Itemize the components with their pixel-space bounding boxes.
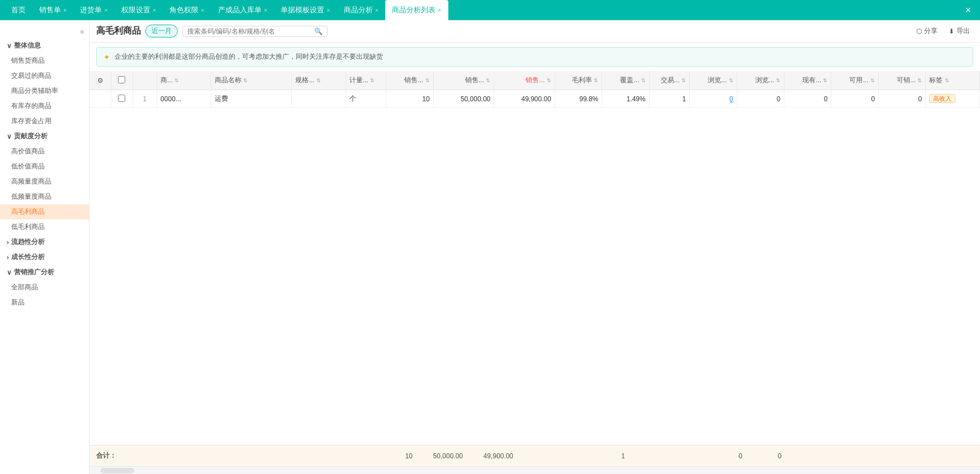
col-browse1-sort: ⇅: [729, 78, 733, 83]
footer-sales-amt: 50,000.00: [413, 452, 463, 460]
nav-close-all[interactable]: ×: [960, 4, 976, 16]
row-gross-rate-cell: 99.8%: [555, 90, 602, 108]
content-area: 高毛利商品 近一月 🔍 ⬡ 分享 ⬇ 导出 ✦ 企业的主要的利润都是这部分商品创…: [89, 20, 980, 474]
col-browse1-header[interactable]: 浏览... ⇅: [690, 71, 737, 90]
nav-close-import-order[interactable]: ×: [104, 7, 107, 13]
row-sales-amt-cell: 50,000.00: [433, 90, 494, 108]
sidebar-item-goods-analysis-help[interactable]: 商品分类辅助率: [0, 83, 89, 98]
search-box: 🔍: [182, 26, 328, 37]
sidebar-item-traded-goods[interactable]: 交易过的商品: [0, 68, 89, 83]
row-checkbox-cell[interactable]: [111, 90, 133, 108]
footer-sales-qty: 10: [373, 452, 413, 460]
nav-close-analysis[interactable]: ×: [375, 7, 378, 13]
col-sales-qty-header[interactable]: 销售... ⇅: [386, 71, 433, 90]
sidebar-item-low-margin-goods[interactable]: 低毛利商品: [0, 219, 89, 234]
sidebar-item-stock-capital[interactable]: 库存资金占用: [0, 114, 89, 129]
nav-close-role[interactable]: ×: [201, 7, 204, 13]
nav-close-template[interactable]: ×: [326, 7, 330, 13]
row-cover-rate-cell: 1.49%: [602, 90, 649, 108]
main-container: « ∨ 整体信息 销售货商品 交易过的商品 商品分类辅助率 有库存的商品 库存资…: [0, 20, 980, 474]
row-num-cell: 1: [132, 90, 157, 108]
sidebar-collapse-button[interactable]: «: [80, 27, 84, 36]
col-stock3-header[interactable]: 可销... ⇅: [878, 71, 925, 90]
nav-home[interactable]: 首页: [4, 0, 32, 20]
footer-trade: 1: [591, 452, 625, 460]
sidebar-item-new-goods[interactable]: 新品: [0, 295, 89, 310]
row-checkbox[interactable]: [118, 95, 125, 102]
sidebar-group-overall-info[interactable]: ∨ 整体信息: [0, 38, 89, 53]
footer-bar: 合计： 10 50,000.00 49,900.00 1 0 0: [89, 445, 980, 466]
row-browse2-cell: 0: [737, 90, 784, 108]
col-unit-sort: ⇅: [370, 78, 375, 83]
sidebar-item-low-value-goods[interactable]: 低价值商品: [0, 159, 89, 174]
col-trade-header[interactable]: 交易... ⇅: [649, 71, 689, 90]
table-header-row: ⚙ 商... ⇅ 商品名称 ⇅: [89, 71, 980, 90]
nav-product-analysis-list[interactable]: 商品分析列表 ×: [385, 0, 448, 20]
col-checkbox[interactable]: [111, 71, 133, 90]
col-stock1-sort: ⇅: [823, 78, 827, 83]
nav-product-inbound[interactable]: 产成品入库单 ×: [211, 0, 274, 20]
col-browse2-sort: ⇅: [776, 78, 780, 83]
data-table: ⚙ 商... ⇅ 商品名称 ⇅: [89, 71, 980, 108]
col-stock2-sort: ⇅: [870, 78, 875, 83]
sidebar-group-trend-analysis[interactable]: › 流趋性分析: [0, 234, 89, 250]
search-icon[interactable]: 🔍: [314, 27, 323, 35]
sidebar-item-high-value-goods[interactable]: 高价值商品: [0, 144, 89, 159]
col-salesqty-sort: ⇅: [425, 78, 430, 83]
browse1-link[interactable]: 0: [730, 95, 733, 103]
col-cover-rate-header[interactable]: 覆盖... ⇅: [602, 71, 649, 90]
col-sales-amt-header[interactable]: 销售... ⇅: [433, 71, 494, 90]
nav-role-permission[interactable]: 角色权限 ×: [163, 0, 211, 20]
col-code-header[interactable]: 商... ⇅: [157, 71, 211, 90]
share-icon: ⬡: [916, 27, 922, 35]
row-browse1-cell[interactable]: 0: [690, 90, 737, 108]
export-button[interactable]: ⬇ 导出: [945, 25, 973, 37]
nav-close-sales-order[interactable]: ×: [63, 7, 67, 13]
info-icon: ✦: [103, 53, 110, 62]
col-browse2-header[interactable]: 浏览... ⇅: [737, 71, 784, 90]
select-all-checkbox[interactable]: [118, 76, 125, 83]
nav-import-order[interactable]: 进货单 ×: [73, 0, 114, 20]
col-tag-header[interactable]: 标签 ⇅: [926, 71, 980, 90]
search-input[interactable]: [187, 27, 312, 35]
col-stock3-sort: ⇅: [917, 78, 922, 83]
sidebar-item-in-stock-goods[interactable]: 有库存的商品: [0, 98, 89, 114]
sidebar-item-high-freq-goods[interactable]: 高频量度商品: [0, 174, 89, 189]
page-title: 高毛利商品: [96, 25, 141, 37]
table-row: 1 0000... 运费 个 10 50,000.00 49,900.00 99…: [89, 90, 980, 108]
col-grossrate-sort: ⇅: [594, 78, 598, 83]
row-code-cell: 0000...: [157, 90, 211, 108]
col-num-header: [132, 71, 157, 90]
col-gross-rate-header[interactable]: 毛利率 ⇅: [555, 71, 602, 90]
sidebar-item-low-freq-goods[interactable]: 低频量度商品: [0, 189, 89, 204]
nav-product-analysis[interactable]: 商品分析 ×: [337, 0, 385, 20]
col-spec-header[interactable]: 规格... ⇅: [292, 71, 346, 90]
col-name-sort: ⇅: [243, 78, 248, 83]
filter-recent-month-button[interactable]: 近一月: [145, 25, 178, 37]
sidebar-group-growth-analysis[interactable]: › 成长性分析: [0, 250, 89, 265]
share-button[interactable]: ⬡ 分享: [913, 25, 941, 37]
col-trade-sort: ⇅: [681, 78, 686, 83]
sidebar-item-high-margin-goods[interactable]: 高毛利商品: [0, 204, 89, 219]
nav-single-template[interactable]: 单据模板设置 ×: [274, 0, 337, 20]
col-stock1-header[interactable]: 现有... ⇅: [784, 71, 831, 90]
nav-close-analysis-list[interactable]: ×: [438, 7, 441, 13]
footer-stock1: 0: [703, 452, 742, 460]
nav-permission-settings[interactable]: 权限设置 ×: [115, 0, 163, 20]
col-sales-cost-header[interactable]: 销售... ⇅: [494, 71, 555, 90]
nav-close-permission[interactable]: ×: [153, 7, 156, 13]
row-sales-cost-cell: 49,900.00: [494, 90, 555, 108]
nav-close-inbound[interactable]: ×: [264, 7, 267, 13]
settings-icon: ⚙: [97, 77, 103, 85]
horizontal-scrollbar[interactable]: [89, 466, 980, 474]
col-stock2-header[interactable]: 可用... ⇅: [831, 71, 878, 90]
nav-sales-order[interactable]: 销售单 ×: [32, 0, 73, 20]
sidebar-group-marketing-analysis[interactable]: ∨ 营销推广分析: [0, 265, 89, 280]
col-name-header[interactable]: 商品名称 ⇅: [211, 71, 292, 90]
col-settings[interactable]: ⚙: [89, 71, 111, 90]
sidebar-group-wealth-analysis[interactable]: ∨ 贡献度分析: [0, 129, 89, 144]
sidebar-item-sales-goods[interactable]: 销售货商品: [0, 53, 89, 68]
row-trade-cell: 1: [649, 90, 689, 108]
col-unit-header[interactable]: 计量... ⇅: [345, 71, 386, 90]
sidebar-item-all-goods[interactable]: 全部商品: [0, 280, 89, 295]
